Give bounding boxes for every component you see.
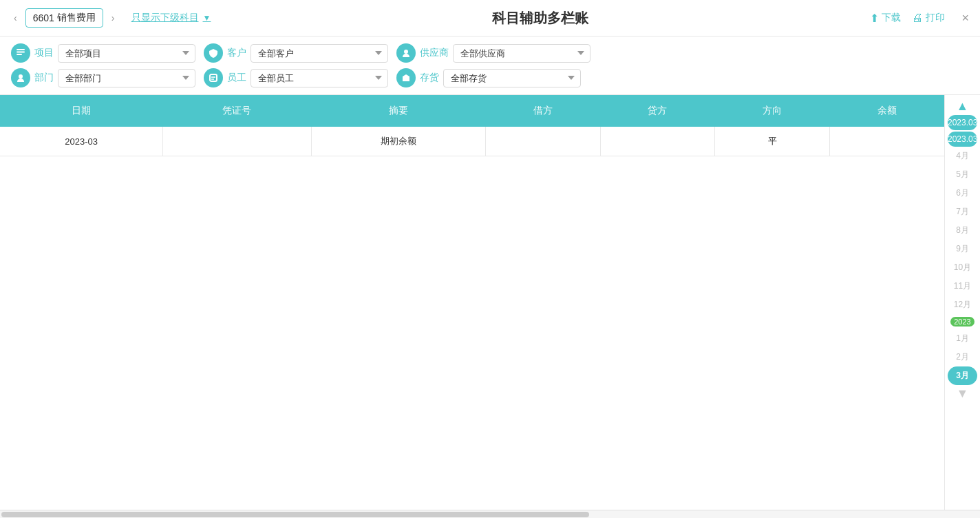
- timeline-selected-2[interactable]: 2023.03: [948, 132, 977, 147]
- download-icon: ⬆: [870, 12, 879, 25]
- prev-account-arrow[interactable]: ‹: [11, 11, 20, 25]
- supplier-icon: [396, 43, 416, 63]
- account-code-box: 6601 销售费用: [25, 8, 103, 28]
- page-title: 科目辅助多栏账: [216, 9, 864, 28]
- filter-employee: 员工 全部员工: [204, 68, 388, 87]
- cell-voucher: [163, 127, 311, 156]
- inventory-label: 存货: [420, 72, 439, 84]
- customer-select[interactable]: 全部客户: [251, 44, 388, 63]
- customer-icon: [204, 43, 223, 63]
- col-credit: 贷方: [600, 95, 715, 127]
- col-direction: 方向: [715, 95, 830, 127]
- main-window: ‹ 6601 销售费用 › 只显示下级科目 ▼ 科目辅助多栏账 ⬆ 下载 🖨 打…: [0, 0, 980, 518]
- svg-rect-1: [17, 52, 25, 53]
- col-voucher: 凭证号: [163, 95, 311, 127]
- employee-label: 员工: [227, 72, 246, 84]
- account-name: 销售费用: [57, 12, 96, 24]
- cell-debit: [485, 127, 600, 156]
- cell-direction: 平: [715, 127, 830, 156]
- timeline-sidebar: ▲ 2023.03 2023.03 4月 5月 6月 7月 8月 9月 10月 …: [944, 95, 980, 510]
- chevron-down-icon: ▼: [203, 13, 211, 23]
- timeline-month-6[interactable]: 6月: [945, 184, 980, 203]
- filter-bar: 项目 全部项目 客户 全部客户 供应商: [0, 37, 980, 95]
- department-icon: [11, 68, 30, 87]
- ledger-table: 日期 凭证号 摘要 借方 贷方 方向 余额 2023-03 期初余额: [0, 95, 944, 156]
- table-container: 日期 凭证号 摘要 借方 贷方 方向 余额 2023-03 期初余额: [0, 95, 980, 510]
- year-badge-2023[interactable]: 2023: [950, 317, 974, 327]
- svg-rect-5: [210, 74, 217, 81]
- inventory-select[interactable]: 全部存货: [443, 69, 581, 87]
- filter-department: 部门 全部部门: [11, 68, 195, 87]
- horizontal-scrollbar[interactable]: [0, 510, 980, 518]
- filter-supplier: 供应商 全部供应商: [396, 43, 590, 63]
- close-button[interactable]: ×: [961, 11, 969, 25]
- department-select[interactable]: 全部部门: [58, 69, 195, 87]
- timeline-selected-2-text: 2023.03: [948, 134, 977, 144]
- top-actions: ⬆ 下载 🖨 打印 ×: [870, 11, 969, 25]
- timeline-selected-1[interactable]: 2023.03: [948, 115, 977, 130]
- customer-label: 客户: [227, 47, 246, 59]
- timeline-month-5[interactable]: 5月: [945, 165, 980, 184]
- print-icon: 🖨: [912, 12, 923, 24]
- cell-credit: [600, 127, 715, 156]
- show-sub-select[interactable]: 只显示下级科目 ▼: [131, 12, 211, 24]
- project-select[interactable]: 全部项目: [58, 44, 195, 63]
- svg-point-4: [19, 74, 23, 79]
- timeline-selected-1-text: 2023.03: [948, 118, 977, 127]
- table-wrapper: 日期 凭证号 摘要 借方 贷方 方向 余额 2023-03 期初余额: [0, 95, 944, 510]
- table-row: 2023-03 期初余额 平: [0, 127, 944, 156]
- top-bar: ‹ 6601 销售费用 › 只显示下级科目 ▼ 科目辅助多栏账 ⬆ 下载 🖨 打…: [0, 0, 980, 37]
- employee-select[interactable]: 全部员工: [251, 69, 388, 87]
- account-code: 6601: [33, 12, 54, 23]
- scrollbar-thumb[interactable]: [1, 512, 589, 517]
- supplier-select[interactable]: 全部供应商: [453, 44, 590, 63]
- print-label: 打印: [926, 12, 945, 24]
- col-date: 日期: [0, 95, 163, 127]
- download-button[interactable]: ⬆ 下载: [870, 12, 901, 25]
- timeline-month-8[interactable]: 8月: [945, 221, 980, 240]
- filter-inventory: 存货 全部存货: [396, 68, 581, 87]
- filter-project: 项目 全部项目: [11, 43, 195, 63]
- timeline-month-10[interactable]: 10月: [945, 258, 980, 277]
- timeline-month-4[interactable]: 4月: [945, 147, 980, 165]
- cell-summary: 期初余额: [311, 127, 485, 156]
- timeline-month-3-active[interactable]: 3月: [948, 366, 977, 385]
- download-label: 下载: [882, 12, 901, 24]
- timeline-down-arrow[interactable]: ▼: [955, 385, 970, 402]
- timeline-month-9[interactable]: 9月: [945, 240, 980, 258]
- timeline-month-11[interactable]: 11月: [945, 277, 980, 296]
- timeline-month-1[interactable]: 1月: [945, 329, 980, 348]
- timeline-month-12[interactable]: 12月: [945, 296, 980, 314]
- employee-icon: [204, 68, 223, 87]
- next-account-arrow[interactable]: ›: [109, 11, 118, 25]
- project-icon: [11, 43, 30, 63]
- svg-point-3: [404, 50, 408, 54]
- col-balance: 余额: [829, 95, 944, 127]
- department-label: 部门: [34, 72, 54, 84]
- filter-row-2: 部门 全部部门 员工 全部员工 存货: [11, 68, 969, 87]
- year-badge-container: 2023: [945, 314, 980, 329]
- print-button[interactable]: 🖨 打印: [912, 12, 945, 24]
- col-debit: 借方: [485, 95, 600, 127]
- svg-rect-2: [17, 54, 22, 55]
- supplier-label: 供应商: [420, 47, 449, 59]
- timeline-month-7[interactable]: 7月: [945, 203, 980, 221]
- show-sub-label: 只显示下级科目: [131, 12, 199, 24]
- cell-balance: [829, 127, 944, 156]
- svg-rect-0: [17, 49, 25, 50]
- cell-date: 2023-03: [0, 127, 163, 156]
- project-label: 项目: [34, 47, 54, 59]
- table-header-row: 日期 凭证号 摘要 借方 贷方 方向 余额: [0, 95, 944, 127]
- filter-customer: 客户 全部客户: [204, 43, 388, 63]
- timeline-month-2[interactable]: 2月: [945, 348, 980, 366]
- filter-row-1: 项目 全部项目 客户 全部客户 供应商: [11, 43, 969, 63]
- timeline-up-arrow[interactable]: ▲: [955, 98, 970, 115]
- col-summary: 摘要: [311, 95, 485, 127]
- inventory-icon: [396, 68, 416, 87]
